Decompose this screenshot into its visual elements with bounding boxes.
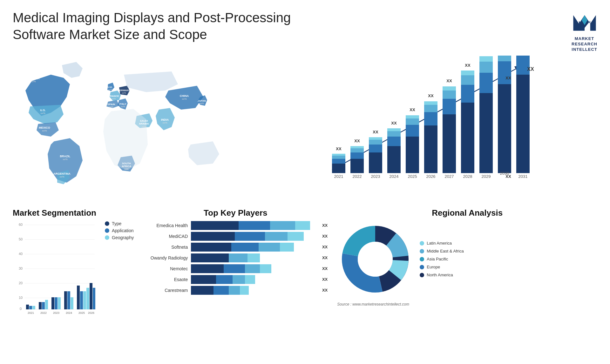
svg-text:xx%: xx% <box>121 105 125 108</box>
asia-pacific-dot <box>420 257 424 261</box>
svg-rect-91 <box>498 84 511 173</box>
svg-rect-45 <box>350 148 364 152</box>
svg-text:2025: 2025 <box>78 311 85 314</box>
svg-rect-96 <box>516 75 530 173</box>
svg-rect-87 <box>479 62 493 73</box>
svg-text:U.S.: U.S. <box>40 109 46 112</box>
svg-text:XX: XX <box>446 78 452 83</box>
svg-rect-117 <box>32 306 35 309</box>
player-name: Softneta <box>143 245 188 250</box>
player-name: Nemotec <box>143 266 188 271</box>
svg-rect-73 <box>443 114 456 173</box>
svg-rect-70 <box>424 101 437 105</box>
player-bar <box>191 243 316 252</box>
legend-geography-label: Geography <box>112 235 134 240</box>
svg-text:XX: XX <box>354 138 360 143</box>
player-name: Emedica Health <box>143 223 188 228</box>
player-value: XX <box>322 266 328 271</box>
svg-rect-76 <box>443 86 456 91</box>
type-dot <box>105 221 109 226</box>
svg-rect-97 <box>516 56 530 75</box>
svg-rect-129 <box>71 297 73 309</box>
player-value: XX <box>322 288 328 293</box>
player-row: Owandy Radiology XX <box>143 253 328 262</box>
svg-text:xx%: xx% <box>109 106 113 108</box>
growth-chart-svg: XX 2021 XX 2022 XX 2023 XX 2024 <box>251 56 597 189</box>
svg-text:xx%: xx% <box>124 168 128 170</box>
svg-rect-119 <box>39 302 42 309</box>
svg-text:XX: XX <box>465 63 471 68</box>
svg-rect-67 <box>424 125 437 173</box>
svg-text:2023: 2023 <box>371 174 380 179</box>
svg-text:2024: 2024 <box>66 311 72 314</box>
svg-text:xx%: xx% <box>42 129 47 132</box>
svg-rect-116 <box>29 306 32 309</box>
key-players-title: Top Key Players <box>143 208 328 218</box>
svg-rect-49 <box>369 152 382 173</box>
player-value: XX <box>322 223 328 228</box>
player-name: Owandy Radiology <box>143 255 188 260</box>
player-value: XX <box>322 245 328 249</box>
player-row: Emedica Health XX <box>143 221 328 230</box>
svg-text:xx%: xx% <box>142 125 146 128</box>
svg-text:XX: XX <box>336 146 342 151</box>
svg-text:2026: 2026 <box>426 174 436 179</box>
svg-text:AFRICA: AFRICA <box>122 165 131 168</box>
source-text: Source : www.marketresearchintellect.com <box>337 302 597 307</box>
legend-north-america: North America <box>420 273 464 277</box>
top-section: CANADA xx% U.S. xx% MEXICO xx% BRAZIL xx… <box>0 56 610 202</box>
legend-asia-pacific: Asia Pacific <box>420 257 464 261</box>
svg-rect-123 <box>51 297 54 309</box>
svg-text:XX: XX <box>505 174 511 179</box>
svg-text:2024: 2024 <box>390 174 399 179</box>
svg-text:XX: XX <box>527 66 534 72</box>
svg-rect-125 <box>58 297 61 309</box>
player-value: XX <box>322 255 328 260</box>
svg-rect-135 <box>90 283 92 309</box>
svg-text:SAUDI: SAUDI <box>140 119 148 122</box>
svg-rect-93 <box>498 56 511 61</box>
svg-rect-43 <box>350 159 364 173</box>
header: Medical Imaging Displays and Post-Proces… <box>0 0 610 56</box>
svg-rect-46 <box>350 146 364 148</box>
north-america-dot <box>420 273 424 277</box>
svg-text:2029: 2029 <box>482 174 491 179</box>
svg-text:xx%: xx% <box>31 80 36 83</box>
legend-north-america-label: North America <box>427 273 453 277</box>
svg-text:xx%: xx% <box>40 112 45 115</box>
svg-rect-120 <box>42 302 45 309</box>
player-bar <box>191 221 316 230</box>
svg-text:XX: XX <box>391 121 397 125</box>
world-map: CANADA xx% U.S. xx% MEXICO xx% BRAZIL xx… <box>13 56 235 195</box>
svg-rect-127 <box>64 291 67 309</box>
svg-text:BRAZIL: BRAZIL <box>60 155 71 158</box>
svg-rect-37 <box>332 164 345 173</box>
svg-text:ITALY: ITALY <box>119 103 126 105</box>
svg-rect-115 <box>26 305 29 309</box>
svg-rect-128 <box>67 291 70 309</box>
svg-rect-38 <box>332 159 345 164</box>
svg-rect-131 <box>77 286 80 309</box>
legend-geography: Geography <box>105 235 134 240</box>
player-row: Esaote XX <box>143 275 328 284</box>
svg-text:MEXICO: MEXICO <box>39 126 50 129</box>
svg-text:JAPAN: JAPAN <box>198 99 206 102</box>
svg-text:ARABIA: ARABIA <box>139 122 149 125</box>
svg-rect-74 <box>443 99 456 114</box>
svg-text:2023: 2023 <box>53 311 59 314</box>
player-bar <box>191 264 316 273</box>
bottom-section: Market Segmentation 60 50 40 30 20 10 0 <box>0 202 610 335</box>
svg-text:xx%: xx% <box>122 92 126 94</box>
player-row: Nemotec XX <box>143 264 328 273</box>
svg-rect-39 <box>332 156 345 159</box>
svg-text:INDIA: INDIA <box>161 118 169 121</box>
svg-text:2031: 2031 <box>518 174 528 179</box>
svg-rect-57 <box>387 131 401 137</box>
segmentation-area: Market Segmentation 60 50 40 30 20 10 0 <box>13 208 134 332</box>
map-area: CANADA xx% U.S. xx% MEXICO xx% BRAZIL xx… <box>13 56 235 202</box>
svg-rect-82 <box>461 71 474 75</box>
svg-rect-44 <box>350 152 364 159</box>
svg-rect-86 <box>479 73 493 93</box>
svg-rect-132 <box>80 291 83 309</box>
svg-text:2022: 2022 <box>40 311 47 314</box>
